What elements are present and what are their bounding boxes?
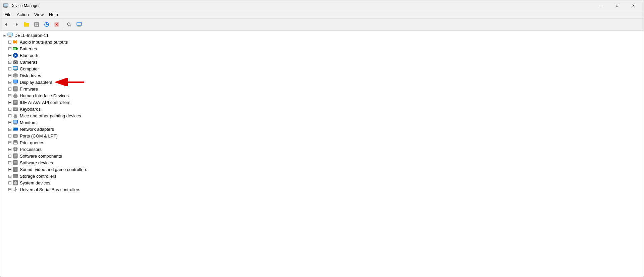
tree-item-firmware[interactable]: Firmware [0, 86, 644, 92]
system-icon [12, 180, 18, 186]
hid-expand-icon[interactable] [7, 93, 12, 98]
keyboards-expand-icon[interactable] [7, 106, 12, 112]
firmware-expand-icon[interactable] [7, 86, 12, 92]
monitor-button[interactable] [74, 20, 84, 29]
svg-rect-23 [9, 36, 11, 37]
print-expand-icon[interactable] [7, 140, 12, 145]
svg-rect-18 [77, 26, 81, 26]
open-folder-button[interactable] [22, 20, 31, 29]
software-devices-expand-icon[interactable] [7, 160, 12, 165]
cameras-expand-icon[interactable] [7, 59, 12, 65]
bluetooth-expand-icon[interactable] [7, 53, 12, 58]
tree-item-software-devices[interactable]: Software devices [0, 159, 644, 166]
tree-item-ports[interactable]: Ports (COM & LPT) [0, 132, 644, 139]
tree-item-system[interactable]: System devices [0, 179, 644, 186]
tree-item-network[interactable]: Network adapters [0, 126, 644, 132]
processors-expand-icon[interactable] [7, 147, 12, 152]
network-expand-icon[interactable] [7, 126, 12, 132]
storage-icon [12, 173, 18, 179]
disk-label: Disk drives [20, 73, 41, 78]
tree-item-audio[interactable]: Audio inputs and outputs [0, 39, 644, 45]
sound-expand-icon[interactable] [7, 167, 12, 172]
tree-item-bluetooth[interactable]: Bluetooth [0, 52, 644, 59]
svg-rect-52 [14, 70, 16, 70]
device-manager-window: Device Manager — □ ✕ File Action View He… [0, 0, 644, 277]
svg-rect-16 [77, 22, 82, 25]
monitor-icon [12, 119, 18, 125]
tree-item-disk[interactable]: Disk drives [0, 72, 644, 79]
menu-action[interactable]: Action [14, 11, 32, 18]
ports-expand-icon[interactable] [7, 133, 12, 138]
tree-item-display[interactable]: Display adapters [0, 79, 644, 86]
usb-expand-icon[interactable] [7, 187, 12, 192]
minimize-button[interactable]: — [593, 0, 609, 11]
close-button[interactable]: ✕ [626, 0, 641, 11]
maximize-button[interactable]: □ [609, 0, 625, 11]
svg-marker-4 [5, 23, 7, 26]
update-driver-button[interactable] [42, 20, 51, 29]
tree-item-sound[interactable]: Sound, video and game controllers [0, 166, 644, 173]
menu-file[interactable]: File [2, 11, 14, 18]
software-components-expand-icon[interactable] [7, 153, 12, 159]
title-bar: Device Manager — □ ✕ [0, 0, 644, 11]
back-button[interactable] [2, 20, 11, 29]
svg-rect-121 [13, 128, 14, 129]
processor-icon [12, 146, 18, 152]
print-label: Print queues [20, 140, 44, 145]
tree-item-computer[interactable]: Computer [0, 65, 644, 72]
storage-label: Storage controllers [20, 174, 56, 179]
monitors-expand-icon[interactable] [7, 120, 12, 125]
svg-rect-64 [13, 80, 17, 83]
display-expand-icon[interactable] [7, 79, 12, 85]
svg-rect-24 [8, 37, 12, 38]
ide-label: IDE ATA/ATAPI controllers [20, 100, 70, 105]
computer-expand-icon[interactable] [7, 66, 12, 71]
root-expand-icon[interactable] [2, 33, 7, 38]
batteries-expand-icon[interactable] [7, 46, 12, 51]
properties-button[interactable] [32, 20, 41, 29]
tree-item-keyboards[interactable]: Keyboards [0, 106, 644, 112]
tree-item-usb[interactable]: Universal Serial Bus controllers [0, 186, 644, 193]
mouse-icon [12, 113, 18, 119]
tree-root-node[interactable]: DELL-Inspiron-11 [0, 32, 644, 39]
menu-help[interactable]: Help [46, 11, 61, 18]
ports-label: Ports (COM & LPT) [20, 133, 58, 138]
svg-rect-96 [16, 108, 16, 109]
tree-item-storage[interactable]: Storage controllers [0, 173, 644, 179]
printer-icon [12, 140, 18, 146]
mice-expand-icon[interactable] [7, 113, 12, 118]
uninstall-button[interactable] [52, 20, 61, 29]
tree-item-software-components[interactable]: Software components [0, 153, 644, 159]
svg-line-15 [70, 25, 71, 26]
menu-view[interactable]: View [32, 11, 46, 18]
menu-bar: File Action View Help [0, 11, 644, 18]
tree-item-print[interactable]: Print queues [0, 139, 644, 146]
svg-rect-100 [17, 109, 17, 110]
svg-point-131 [14, 136, 15, 137]
system-expand-icon[interactable] [7, 180, 12, 185]
title-bar-controls: — □ ✕ [593, 0, 641, 11]
tree-item-mice[interactable]: Mice and other pointing devices [0, 112, 644, 119]
firmware-label: Firmware [20, 87, 38, 92]
scan-hardware-button[interactable] [64, 20, 74, 29]
forward-button[interactable] [12, 20, 21, 29]
bluetooth-label: Bluetooth [20, 53, 38, 58]
tree-item-cameras[interactable]: Cameras [0, 59, 644, 65]
disk-expand-icon[interactable] [7, 73, 12, 78]
ide-expand-icon[interactable] [7, 100, 12, 105]
tree-item-processors[interactable]: Processors [0, 146, 644, 153]
storage-expand-icon[interactable] [7, 173, 12, 179]
disk-icon [12, 72, 18, 78]
root-computer-icon [7, 32, 13, 38]
svg-point-59 [13, 76, 17, 77]
svg-rect-33 [17, 48, 18, 49]
svg-rect-95 [15, 108, 15, 109]
hid-icon [12, 93, 18, 99]
tree-item-ide[interactable]: IDE ATA/ATAPI controllers [0, 99, 644, 106]
tree-item-monitors[interactable]: Monitors [0, 119, 644, 126]
svg-rect-113 [14, 124, 17, 125]
tree-item-hid[interactable]: Human Interface Devices [0, 92, 644, 99]
audio-expand-icon[interactable] [7, 39, 12, 45]
tree-item-batteries[interactable]: Batteries [0, 45, 644, 52]
svg-rect-98 [14, 109, 14, 110]
